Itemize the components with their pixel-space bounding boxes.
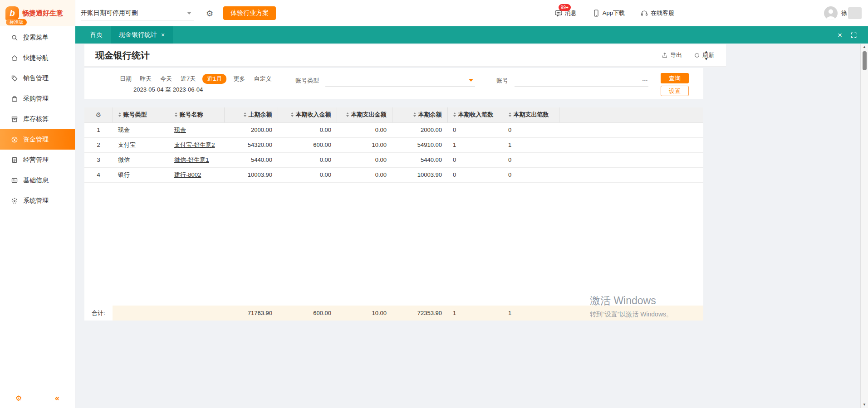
sidebar-item-label: 销售管理	[23, 74, 49, 83]
sidebar: b 畅捷通好生意 标准版 搜索菜单 快捷导航 销售管理 采购管理	[0, 0, 75, 408]
account-name-link[interactable]: 支付宝-好生意2	[174, 141, 215, 148]
sidebar-item-basic-info[interactable]: 基础信息	[0, 170, 75, 190]
sort-icon[interactable]	[413, 112, 416, 117]
topbar-icon-cluster: 99+ 消息 App下载 在线客服	[554, 9, 674, 17]
vertical-scrollbar[interactable]: ▲ ▼	[860, 44, 868, 408]
app-download-label: App下载	[603, 9, 625, 17]
column-header-account-name[interactable]: 账号名称	[169, 107, 224, 122]
export-label: 导出	[670, 51, 682, 59]
total-current-balance: 72353.90	[392, 306, 447, 321]
account-name-link[interactable]: 现金	[174, 126, 186, 133]
username-blurred-block	[848, 7, 862, 19]
date-option-more[interactable]: 更多	[231, 74, 247, 84]
date-option-last-month[interactable]: 近1月	[202, 74, 226, 84]
account-filter-group: 账号 ⋯	[496, 74, 648, 87]
sort-icon[interactable]	[175, 112, 177, 117]
sidebar-item-system-mgmt[interactable]: 系统管理	[0, 190, 75, 211]
query-button[interactable]: 查询	[661, 73, 689, 83]
content-scroll-spinner[interactable]: ▲ ▼	[704, 50, 708, 61]
sidebar-item-purchase-mgmt[interactable]: 采购管理	[0, 88, 75, 109]
sidebar-item-operations-mgmt[interactable]: 经营管理	[0, 150, 75, 170]
sidebar-footer: ⚙ «	[0, 388, 75, 408]
cell-prev-balance: 2000.00	[224, 122, 278, 137]
spinner-down-icon[interactable]: ▼	[704, 57, 708, 61]
cell-income-count: 0	[447, 167, 503, 182]
close-all-tabs-icon[interactable]: ×	[838, 31, 842, 39]
date-option-custom[interactable]: 自定义	[252, 74, 273, 84]
column-header-income-count[interactable]: 本期收入笔数	[447, 107, 503, 122]
topbar-gear-icon[interactable]: ⚙	[206, 9, 213, 18]
tab-close-icon[interactable]: ×	[161, 31, 165, 39]
scrollbar-thumb[interactable]	[863, 51, 867, 70]
date-option-last7days[interactable]: 近7天	[179, 74, 197, 84]
export-button[interactable]: 导出	[662, 51, 682, 59]
column-header-income-amount[interactable]: 本期收入金额	[278, 107, 337, 122]
sidebar-collapse-icon[interactable]: «	[55, 393, 59, 403]
account-type-label: 账号类型	[295, 77, 319, 85]
column-header-expense-amount[interactable]: 本期支出金额	[337, 107, 392, 122]
date-option-today[interactable]: 今天	[158, 74, 174, 84]
export-icon	[662, 52, 668, 58]
cell-prev-balance: 54320.00	[224, 137, 278, 152]
messages-item[interactable]: 99+ 消息	[554, 9, 577, 17]
app-download-item[interactable]: App下载	[592, 9, 625, 17]
settings-button[interactable]: 设置	[661, 86, 689, 96]
cell-income-count: 0	[447, 152, 503, 167]
sidebar-item-inventory-accounting[interactable]: 库存核算	[0, 109, 75, 129]
date-range-value: 2023-05-04 至 2023-06-04	[133, 86, 689, 94]
money-icon	[11, 136, 18, 143]
sort-icon[interactable]	[346, 112, 349, 117]
account-name-link[interactable]: 建行-8002	[174, 171, 201, 178]
sidebar-item-funds-mgmt[interactable]: 资金管理	[0, 129, 75, 150]
cell-expense-amount: 0.00	[337, 167, 392, 182]
sidebar-item-label: 基础信息	[23, 176, 49, 185]
cell-income-count: 0	[447, 122, 503, 137]
home-icon	[11, 54, 18, 62]
total-label: 合计:	[84, 306, 113, 321]
account-type-select[interactable]	[325, 74, 475, 87]
tab-home[interactable]: 首页	[82, 26, 111, 44]
fullscreen-icon[interactable]	[850, 32, 857, 39]
column-header-prev-balance[interactable]: 上期余额	[224, 107, 278, 122]
cell-current-balance: 10003.90	[392, 167, 447, 182]
spinner-up-icon[interactable]: ▲	[704, 50, 708, 54]
period-select[interactable]: 开账日期可停用可删	[81, 6, 194, 20]
sidebar-item-sales-mgmt[interactable]: 销售管理	[0, 68, 75, 88]
account-input[interactable]: ⋯	[515, 74, 648, 87]
chevron-down-icon	[187, 12, 191, 15]
sidebar-item-search-menu[interactable]: 搜索菜单	[0, 27, 75, 48]
sidebar-item-label: 采购管理	[23, 95, 49, 103]
more-options-icon[interactable]: ⋯	[642, 77, 648, 84]
sort-icon[interactable]	[509, 112, 511, 117]
cell-account-type: 支付宝	[113, 137, 169, 152]
scroll-up-icon[interactable]: ▲	[863, 45, 866, 49]
column-header-current-balance[interactable]: 本期余额	[392, 107, 447, 122]
total-prev-balance: 71763.90	[224, 306, 278, 321]
sidebar-item-quick-nav[interactable]: 快捷导航	[0, 48, 75, 68]
tab-cash-bank-stats[interactable]: 现金银行统计 ×	[111, 26, 173, 44]
sort-icon[interactable]	[118, 112, 121, 117]
cell-expense-count: 0	[503, 167, 559, 182]
trial-plan-button[interactable]: 体验行业方案	[223, 6, 276, 20]
sort-icon[interactable]	[453, 112, 456, 117]
user-menu[interactable]: 徐	[824, 6, 862, 20]
sort-icon[interactable]	[291, 112, 294, 117]
column-header-expense-count[interactable]: 本期支出笔数	[503, 107, 559, 122]
scroll-down-icon[interactable]: ▼	[863, 403, 866, 407]
online-service-item[interactable]: 在线客服	[640, 9, 674, 17]
row-index: 3	[84, 152, 113, 167]
sidebar-settings-gear-icon[interactable]: ⚙	[15, 394, 22, 403]
total-expense-amount: 10.00	[337, 306, 392, 321]
content-area: 现金银行统计 导出 刷新 日期	[75, 44, 868, 408]
sidebar-nav: 搜索菜单 快捷导航 销售管理 采购管理 库存核算	[0, 26, 75, 211]
row-index: 2	[84, 137, 113, 152]
column-header-account-type[interactable]: 账号类型	[113, 107, 169, 122]
total-income-amount: 600.00	[278, 306, 337, 321]
cell-current-balance: 2000.00	[392, 122, 447, 137]
account-name-link[interactable]: 微信-好生意1	[174, 156, 209, 163]
date-option-yesterday[interactable]: 昨天	[138, 74, 153, 84]
sort-icon[interactable]	[244, 112, 246, 117]
sidebar-item-label: 快捷导航	[23, 54, 49, 62]
column-settings-gear-icon[interactable]: ⚙	[95, 111, 101, 118]
system-icon	[11, 197, 18, 204]
